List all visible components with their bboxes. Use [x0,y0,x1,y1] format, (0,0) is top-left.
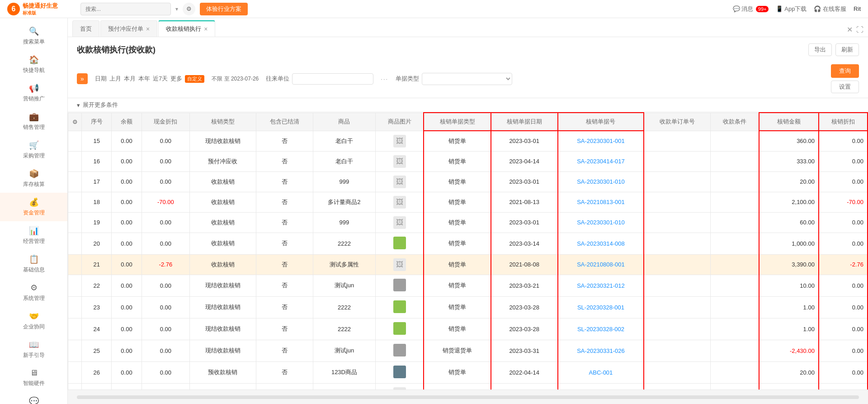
cell-writeoff-doc-no[interactable]: ABC-001 [558,361,644,383]
sidebar-item-operation[interactable]: 📊 经营管理 [0,221,67,250]
cell-receipt-order-no [644,192,710,212]
industry-btn[interactable]: 体验行业方案 [200,3,248,15]
filter-date-this-month[interactable]: 本月 [124,75,136,83]
filter-date-range: 不限 至 2023-07-26 [212,75,259,83]
sidebar-item-guide[interactable]: 📖 新手引导 [0,335,67,364]
notification-icon[interactable]: 💬 消息 99+ [733,5,769,13]
tab-home[interactable]: 首页 [72,20,99,37]
dropdown-arrow-icon[interactable]: ▾ [175,6,178,12]
cell-receipt-condition [711,192,759,212]
cell-include-settled: 否 [256,192,313,212]
cell-goods-image: 🖼 [375,171,424,192]
filter-date-this-year[interactable]: 本年 [138,75,150,83]
filter-bar: » 日期 上月 本月 本年 近7天 更多 自定义 不限 至 2023-07-26… [68,60,868,98]
expand-more-bar[interactable]: ▾ 展开更多条件 [68,98,868,112]
table-container[interactable]: ⚙ 序号 余额 现金折扣 核销类型 包含已结清 商品 商品图片 核销单据类型 核… [68,112,868,390]
export-btn[interactable]: 导出 [808,43,832,56]
tab-writeoff-close[interactable]: × [204,25,208,33]
sidebar-label-quick-nav: 快捷导航 [23,67,45,74]
tab-prepay-close[interactable]: × [146,25,150,33]
writeoff-doc-link[interactable]: SA-20210808-001 [577,261,625,268]
sidebar-item-collab[interactable]: 🤝 企业协同 [0,307,67,335]
cell-balance: 0.00 [112,233,142,254]
cell-writeoff-doc-no[interactable]: SA-20230414-017 [558,151,644,171]
writeoff-doc-link[interactable]: SA-20230314-008 [577,240,625,247]
query-btn[interactable]: 查询 [831,64,859,78]
cell-writeoff-doc-no[interactable]: SA-20210808-001 [558,254,644,275]
sidebar-item-basic[interactable]: 📋 基础信息 [0,250,67,278]
close-window-icon[interactable]: ✕ [847,25,853,34]
refresh-btn[interactable]: 刷新 [835,43,859,56]
filter-custom-badge[interactable]: 自定义 [185,75,204,83]
cell-writeoff-doc-no[interactable]: SA-20230301-001 [558,131,644,151]
filter-date-more[interactable]: 更多 [170,75,182,83]
cell-seq: 16 [82,151,112,171]
filter-date-7days[interactable]: 近7天 [153,75,168,83]
writeoff-doc-link[interactable]: SA-20230331-026 [577,347,625,354]
filter-unit-input[interactable] [292,73,373,85]
cell-writeoff-doc-no[interactable]: SL-20230408-001 [558,383,644,390]
tab-prepay[interactable]: 预付冲应付单 × [100,20,157,37]
cell-balance: 0.00 [112,212,142,233]
cell-receipt-condition [711,233,759,254]
sidebar-item-marketing[interactable]: 📢 营销推广 [0,79,67,107]
cell-writeoff-doc-no[interactable]: SA-20230301-010 [558,212,644,233]
cell-writeoff-doc-no[interactable]: SA-20230301-010 [558,171,644,192]
sidebar: 🔍 搜索菜单 🏠 快捷导航 📢 营销推广 💼 销售管理 🛒 采购管理 📦 库存核… [0,18,68,404]
writeoff-doc-link[interactable]: SA-20230301-010 [577,178,625,185]
writeoff-doc-link[interactable]: ABC-001 [589,369,613,376]
sidebar-item-inventory[interactable]: 📦 库存核算 [0,164,67,193]
writeoff-doc-link[interactable]: SA-20230414-017 [577,158,625,165]
app-download-link[interactable]: 📱 App下载 [776,5,807,13]
tab-writeoff[interactable]: 收款核销执行 × [158,20,215,37]
table-row: 23 0.00 0.00 现结收款核销 否 2222 销货单 2023-03-2… [68,296,868,318]
cell-seq: 20 [82,233,112,254]
sidebar-item-search[interactable]: 🔍 搜索菜单 [0,22,67,50]
settings-btn[interactable]: 设置 [831,81,859,93]
writeoff-doc-link[interactable]: SA-20210813-001 [577,199,625,205]
cell-writeoff-doc-type: 销货单 [424,254,491,275]
cell-goods: 2222 [313,296,376,318]
horizontal-scrollbar[interactable] [77,395,859,399]
maximize-window-icon[interactable]: ⛶ [856,26,863,34]
cell-writeoff-type: 现结收款核销 [190,275,256,296]
cell-writeoff-doc-no[interactable]: SA-20230331-026 [558,340,644,361]
writeoff-doc-link[interactable]: SA-20230321-012 [577,282,625,289]
sidebar-item-wechat[interactable]: 💬 企业微信 [0,392,67,404]
cell-writeoff-doc-no[interactable]: SL-20230328-002 [558,318,644,340]
cell-receipt-order-no [644,131,710,151]
cell-writeoff-doc-date: 2023-04-14 [491,151,558,171]
col-settings[interactable]: ⚙ [68,113,82,131]
filter-doctype-select[interactable] [422,73,512,85]
cell-writeoff-doc-no[interactable]: SA-20230314-008 [558,233,644,254]
cell-seq: 26 [82,361,112,383]
sidebar-item-quick-nav[interactable]: 🏠 快捷导航 [0,50,67,79]
cell-goods-image: 🖼 [375,383,424,390]
settings-icon[interactable]: ⚙ [183,3,195,15]
cell-writeoff-doc-no[interactable]: SA-20210813-001 [558,192,644,212]
filter-unit-group: 往来单位 [266,73,373,85]
writeoff-doc-link[interactable]: SA-20230301-001 [577,138,625,144]
writeoff-doc-link[interactable]: SL-20230328-002 [577,326,624,333]
cell-writeoff-doc-no[interactable]: SA-20230321-012 [558,275,644,296]
cell-writeoff-doc-no[interactable]: SL-20230328-001 [558,296,644,318]
cell-include-settled: 否 [256,131,313,151]
cell-writeoff-discount: 0.00 [819,296,868,318]
search-input-top[interactable] [80,3,171,15]
col-include-settled: 包含已结清 [256,113,313,131]
cell-receipt-order-no [644,296,710,318]
filter-expand-icon[interactable]: » [77,73,88,84]
writeoff-doc-link[interactable]: SA-20230301-010 [577,219,625,226]
cell-receipt-condition [711,383,759,390]
sidebar-item-system[interactable]: ⚙ 系统管理 [0,278,67,307]
sidebar-item-purchase[interactable]: 🛒 采购管理 [0,136,67,164]
cell-writeoff-doc-date: 2023-03-28 [491,296,558,318]
sidebar-item-finance[interactable]: 💰 资金管理 [0,193,67,221]
online-service-link[interactable]: 🎧 在线客服 [814,5,846,13]
sidebar-item-hardware[interactable]: 🖥 智能硬件 [0,364,67,392]
writeoff-doc-link[interactable]: SL-20230328-001 [577,304,624,311]
table-footer [68,390,868,404]
sidebar-item-sales[interactable]: 💼 销售管理 [0,107,67,136]
sidebar-label-marketing: 营销推广 [23,95,45,103]
filter-date-last-month[interactable]: 上月 [109,75,121,83]
